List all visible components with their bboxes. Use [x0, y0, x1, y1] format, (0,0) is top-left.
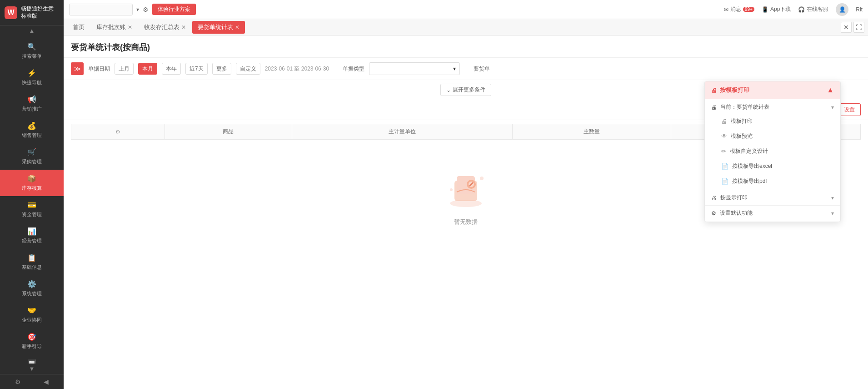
sidebar-item-purchase[interactable]: 🛒采购管理 — [0, 143, 64, 170]
tabs-bar: 首页库存批次账✕收发存汇总表✕要货单统计表✕ ✕ ⛶ — [64, 19, 868, 35]
filter-row-1: ≫ 单据日期 上月 本月 本年 近7天 更多 自定义 2023-06-01 至 … — [64, 58, 868, 80]
tab-order-stats[interactable]: 要货单统计表✕ — [192, 21, 245, 34]
nav-icon-inventory: 📦 — [27, 174, 36, 183]
print-dropdown-close-btn[interactable]: ▲ — [827, 86, 834, 94]
sidebar-item-operations[interactable]: 📊经营管理 — [0, 222, 64, 249]
logo-icon: W — [5, 6, 17, 19]
scroll-up-btn[interactable]: ▲ — [0, 25, 64, 36]
template-print-item[interactable]: 🖨 模板打印 — [705, 114, 840, 129]
sidebar-item-inventory[interactable]: 📦库存核算 — [0, 170, 64, 196]
nav-label-system: 系统管理 — [22, 290, 42, 297]
export-excel-icon: 📄 — [721, 163, 728, 170]
custom-date-btn[interactable]: 自定义 — [236, 63, 260, 75]
app-download-label: App下载 — [770, 5, 791, 13]
settings-btn[interactable]: 设置 — [838, 103, 861, 116]
tab-label-order-stats: 要货单统计表 — [198, 23, 233, 31]
default-func-icon: ⚙ — [711, 210, 716, 217]
export-pdf-item[interactable]: 📄 按模板导出pdf — [705, 174, 840, 189]
tab-receipt-summary[interactable]: 收发存汇总表✕ — [139, 21, 191, 34]
sidebar-item-search[interactable]: 🔍搜索菜单 — [0, 38, 64, 64]
settings-bottom-icon[interactable]: ⚙ — [15, 378, 21, 385]
topbar-gear-icon[interactable]: ⚙ — [143, 6, 149, 13]
expand-more-btn[interactable]: ⌄ 展开更多条件 — [440, 84, 491, 96]
nav-label-search: 搜索菜单 — [22, 53, 42, 60]
topbar: ▾ ⚙ 体验行业方案 ✉ 消息 99+ 📱 App下载 🎧 在线客服 👤 Rit — [64, 0, 868, 19]
message-btn[interactable]: ✉ 消息 99+ — [724, 5, 754, 13]
sidebar-logo: W 畅捷通好生意 标准版 — [0, 0, 64, 25]
template-custom-item[interactable]: ✏ 模板自定义设计 — [705, 144, 840, 159]
type-select[interactable]: ▾ — [369, 62, 460, 75]
print-dropdown-header: 🖨 按模板打印 ▲ — [705, 81, 840, 99]
current-template-arrow: ▾ — [831, 104, 834, 111]
expand-tab-btn[interactable]: ⛶ — [853, 22, 864, 33]
tab-close-inventory-batch[interactable]: ✕ — [128, 24, 132, 30]
sidebar-item-sales[interactable]: 💰销售管理 — [0, 117, 64, 143]
tab-inventory-batch[interactable]: 库存批次账✕ — [91, 21, 138, 34]
nav-icon-collab: 🤝 — [27, 306, 36, 315]
close-tab-btn[interactable]: ✕ — [841, 22, 852, 33]
trial-btn[interactable]: 体验行业方案 — [152, 4, 196, 15]
col-product: 商品 — [165, 124, 292, 140]
template-print-label: 模板打印 — [731, 117, 753, 125]
nav-label-sales: 销售管理 — [22, 132, 42, 139]
default-func-label: 设置默认功能 — [720, 209, 753, 217]
sidebar-item-quick-nav[interactable]: ⚡快捷导航 — [0, 64, 64, 91]
tab-label-receipt-summary: 收发存汇总表 — [144, 23, 180, 31]
sidebar-item-app-center[interactable]: 🔲应用中心 — [0, 354, 64, 364]
username[interactable]: Rit — [856, 6, 863, 13]
search-dropdown-icon[interactable]: ▾ — [136, 6, 139, 13]
toggle-sidebar-icon[interactable]: ◀ — [44, 378, 49, 385]
template-preview-item[interactable]: 👁 模板预览 — [705, 129, 840, 144]
template-preview-icon: 👁 — [721, 133, 727, 140]
empty-text: 暂无数据 — [454, 218, 478, 226]
cargo-label: 要货单 — [474, 65, 490, 73]
tab-close-receipt-summary[interactable]: ✕ — [181, 24, 186, 30]
nav-icon-purchase: 🛒 — [27, 148, 36, 157]
tab-home[interactable]: 首页 — [67, 21, 90, 34]
type-label: 单据类型 — [343, 65, 364, 73]
current-template-section[interactable]: 🖨 当前：要货单统计表 ▾ — [705, 101, 840, 114]
prev-month-btn[interactable]: 上月 — [115, 63, 134, 75]
default-func-section[interactable]: ⚙ 设置默认功能 ▾ — [705, 207, 840, 220]
search-input[interactable] — [69, 4, 133, 15]
nav-label-purchase: 采购管理 — [22, 158, 42, 165]
template-custom-icon: ✏ — [721, 148, 726, 155]
sidebar-nav: 🔍搜索菜单⚡快捷导航📢营销推广💰销售管理🛒采购管理📦库存核算💳资金管理📊经营管理… — [0, 36, 64, 364]
sidebar-item-system[interactable]: ⚙️系统管理 — [0, 275, 64, 302]
nav-label-marketing: 营销推广 — [22, 106, 42, 112]
nav-label-inventory: 库存核算 — [22, 185, 42, 192]
date-label: 单据日期 — [88, 65, 110, 73]
avatar[interactable]: 👤 — [836, 3, 848, 16]
export-excel-item[interactable]: 📄 按模板导出excel — [705, 159, 840, 174]
col-settings[interactable]: ⚙ — [71, 124, 165, 140]
nav-label-quick-nav: 快捷导航 — [22, 79, 42, 86]
nav-icon-basic: 📋 — [27, 253, 36, 262]
this-year-btn[interactable]: 本年 — [162, 63, 181, 75]
this-month-btn[interactable]: 本月 — [138, 63, 157, 75]
sidebar-item-guide[interactable]: 🎯新手引导 — [0, 328, 64, 354]
scroll-down-btn[interactable]: ▼ — [0, 364, 64, 374]
print-dropdown-body: 🖨 当前：要货单统计表 ▾ 🖨 模板打印 👁 模板预览 ✏ 模板自定义设计 — [705, 99, 840, 222]
app-download-btn[interactable]: 📱 App下载 — [762, 5, 791, 13]
tab-close-order-stats[interactable]: ✕ — [235, 24, 239, 30]
template-custom-label: 模板自定义设计 — [730, 147, 768, 155]
sidebar-item-collab[interactable]: 🤝企业协同 — [0, 302, 64, 328]
template-print-icon: 🖨 — [721, 118, 727, 125]
headset-icon: 🎧 — [798, 6, 805, 13]
expand-filter-btn[interactable]: ≫ — [71, 62, 84, 75]
online-service-btn[interactable]: 🎧 在线客服 — [798, 5, 828, 13]
online-service-label: 在线客服 — [807, 5, 828, 13]
sidebar-item-basic[interactable]: 📋基础信息 — [0, 249, 64, 275]
empty-illustration — [443, 167, 489, 212]
sidebar-item-marketing[interactable]: 📢营销推广 — [0, 91, 64, 117]
nav-icon-sales: 💰 — [27, 121, 36, 130]
nav-label-operations: 经营管理 — [22, 237, 42, 244]
sidebar-item-finance[interactable]: 💳资金管理 — [0, 196, 64, 222]
last-7-btn[interactable]: 近7天 — [185, 63, 208, 75]
tab-label-home: 首页 — [73, 23, 85, 31]
nav-icon-system: ⚙️ — [27, 280, 36, 288]
page-title: 要货单统计表(按商品) — [71, 42, 861, 53]
dropdown-divider-1 — [705, 190, 840, 190]
more-date-btn[interactable]: 更多 — [212, 63, 231, 75]
display-print-section[interactable]: 🖨 按显示打印 ▾ — [705, 191, 840, 204]
